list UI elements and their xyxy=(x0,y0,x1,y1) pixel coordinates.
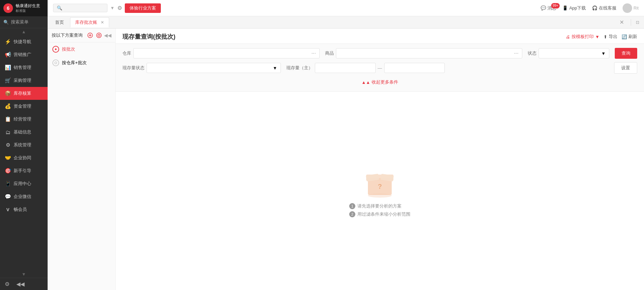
empty-state: ? 1 请先选择要分析的方案 2 用过滤条件来缩小分析范围 xyxy=(116,92,644,290)
company-info: 畅康通好生意 标准版 xyxy=(16,3,40,14)
sidebar-item-wechat[interactable]: 💬 企业微信 xyxy=(0,190,48,203)
sidebar-item-quick-nav[interactable]: ⚡ 快捷导航 xyxy=(0,35,48,48)
app-edition: 标准版 xyxy=(16,8,40,13)
refresh-icon: 🔄 xyxy=(622,34,627,39)
tab-close-icon[interactable]: ✕ xyxy=(101,20,104,25)
refresh-btn[interactable]: 🔄 刷新 xyxy=(622,34,637,40)
scheme-header-actions: ◀◀ xyxy=(87,32,111,39)
wechat-icon: 💬 xyxy=(5,194,11,200)
sidebar-item-inventory[interactable]: 📦 库存核算 xyxy=(0,87,48,100)
topbar-gear-icon[interactable]: ⚙ xyxy=(117,5,122,11)
sidebar-item-enterprise[interactable]: 🤝 企业协同 xyxy=(0,151,48,164)
settings-btn[interactable]: 设置 xyxy=(614,62,637,74)
scroll-down-arrow[interactable]: ▼ xyxy=(0,271,48,278)
status-select[interactable]: ▼ xyxy=(539,48,609,58)
product-input[interactable]: ··· xyxy=(336,48,522,58)
sidebar-item-sales[interactable]: 📊 销售管理 xyxy=(0,61,48,74)
vip-icon: V xyxy=(5,206,11,213)
sidebar-item-label: 畅会员 xyxy=(14,206,27,213)
tab-panel-close-btn[interactable]: ✕ xyxy=(615,19,628,25)
sales-icon: 📊 xyxy=(5,65,11,71)
empty-text: 1 请先选择要分析的方案 2 用过滤条件来缩小分析范围 xyxy=(349,203,410,217)
sidebar-search[interactable]: 🔍 搜索菜单 xyxy=(0,16,48,28)
sidebar-item-label: 企业微信 xyxy=(14,194,31,200)
user-avatar-btn[interactable]: Rit xyxy=(623,3,639,13)
sidebar-item-app-center[interactable]: 📱 应用中心 xyxy=(0,177,48,190)
collapse-label: 收起更多条件 xyxy=(372,79,398,85)
settings-scheme-icon[interactable] xyxy=(96,32,102,39)
collapse-filter-btn[interactable]: ▲▲ 收起更多条件 xyxy=(122,77,637,87)
page-content: 按以下方案查询 ◀◀ 按批次 xyxy=(48,29,644,290)
scheme-by-batch-label: 按批次 xyxy=(62,46,75,52)
sidebar-item-system[interactable]: ⚙ 系统管理 xyxy=(0,139,48,151)
empty-hint-2: 2 用过滤条件来缩小分析范围 xyxy=(349,211,410,217)
app-logo: 6 xyxy=(3,3,13,13)
hint-2-text: 用过滤条件来缩小分析范围 xyxy=(357,211,410,217)
hint-1-text: 请先选择要分析的方案 xyxy=(357,203,402,209)
empty-hint-1: 1 请先选择要分析的方案 xyxy=(349,203,410,209)
filter-area: 仓库 ··· 商品 ··· 状态 xyxy=(116,44,644,92)
avatar xyxy=(623,3,632,13)
product-label: 商品 xyxy=(325,50,334,56)
tab-inventory-batch[interactable]: 库存批次账 ✕ xyxy=(70,17,109,28)
topbar-search[interactable]: 🔍 xyxy=(53,4,107,12)
stock-quantity-range: — xyxy=(315,63,445,73)
sidebar-item-purchase[interactable]: 🛒 采购管理 xyxy=(0,74,48,87)
add-scheme-icon[interactable] xyxy=(87,32,94,39)
sidebar-item-label: 资金管理 xyxy=(14,103,31,109)
scheme-by-warehouse-batch-icon xyxy=(52,59,59,66)
settings-icon[interactable]: ⚙ xyxy=(5,281,10,287)
topbar-dropdown-icon[interactable]: ▼ xyxy=(110,5,115,11)
filter-main: 现存量查询(按批次) 🖨 按模板打印 ▼ ⬆ 导出 🔄 刷新 xyxy=(116,29,644,290)
experience-btn[interactable]: 体验行业方案 xyxy=(125,3,161,13)
product-dots-icon: ··· xyxy=(514,50,519,56)
page-title: 现存量查询(按批次) xyxy=(122,33,175,41)
messages-btn[interactable]: 💬 消息 99+ xyxy=(541,5,556,11)
print-label: 按模板打印 xyxy=(572,34,594,40)
query-btn[interactable]: 查询 xyxy=(615,48,637,59)
messages-badge: 99+ xyxy=(551,3,560,8)
scroll-up-arrow[interactable]: ▲ xyxy=(0,28,48,35)
page-header: 现存量查询(按批次) 🖨 按模板打印 ▼ ⬆ 导出 🔄 刷新 xyxy=(116,29,644,44)
sidebar-item-label: 经营管理 xyxy=(14,116,31,122)
range-dash: — xyxy=(376,66,384,71)
topbar-left: 🔍 ▼ ⚙ 体验行业方案 xyxy=(53,3,537,13)
scheme-by-warehouse-batch-label: 按仓库+批次 xyxy=(62,60,87,66)
sidebar-item-basics[interactable]: 🗂 基础信息 xyxy=(0,126,48,139)
sidebar-item-label: 系统管理 xyxy=(14,142,31,148)
sidebar-item-newbie[interactable]: 🎯 新手引导 xyxy=(0,164,48,177)
sidebar-item-finance[interactable]: 💰 资金管理 xyxy=(0,100,48,113)
scheme-item-by-warehouse-batch[interactable]: 按仓库+批次 xyxy=(48,56,115,70)
export-btn[interactable]: ⬆ 导出 xyxy=(604,34,617,40)
export-label: 导出 xyxy=(609,34,617,40)
hint-2-num: 2 xyxy=(349,211,355,217)
panel-resize-btn[interactable]: ⊡ xyxy=(634,20,641,25)
scheme-item-by-batch[interactable]: 按批次 xyxy=(48,42,115,56)
app-download-btn[interactable]: 📱 App下载 xyxy=(562,5,586,11)
tab-home[interactable]: 首页 xyxy=(50,17,69,28)
topbar-search-icon: 🔍 xyxy=(57,5,62,11)
online-service-btn[interactable]: 🎧 在线客服 xyxy=(592,5,616,11)
status-dropdown-icon: ▼ xyxy=(601,51,606,56)
print-btn[interactable]: 🖨 按模板打印 ▼ xyxy=(566,34,599,40)
warehouse-input[interactable]: ··· xyxy=(133,48,320,58)
enterprise-icon: 🤝 xyxy=(5,155,11,161)
collapse-scheme-icon[interactable]: ◀◀ xyxy=(104,32,111,39)
tab-inventory-batch-label: 库存批次账 xyxy=(75,19,97,25)
stock-qty-max[interactable] xyxy=(384,63,445,73)
sidebar-item-vip[interactable]: V 畅会员 xyxy=(0,203,48,216)
stock-qty-min[interactable] xyxy=(315,63,376,73)
scheme-by-batch-icon xyxy=(52,46,59,53)
warehouse-label: 仓库 xyxy=(122,50,131,56)
collapse-sidebar-icon[interactable]: ◀◀ xyxy=(16,281,24,287)
filter-stock-quantity: 现存量（主） — xyxy=(286,63,445,73)
filter-status: 状态 ▼ xyxy=(528,48,609,58)
sidebar-item-operations[interactable]: 📋 经营管理 xyxy=(0,113,48,126)
sidebar: 6 畅康通好生意 标准版 🔍 搜索菜单 ▲ ⚡ 快捷导航 📢 营销推广 📊 销售… xyxy=(0,0,48,290)
tabbar: 首页 库存批次账 ✕ ✕ ⊡ xyxy=(48,16,644,29)
quick-nav-icon: ⚡ xyxy=(5,39,11,45)
stock-status-select[interactable]: ▼ xyxy=(147,63,281,73)
basics-icon: 🗂 xyxy=(5,129,11,135)
search-label: 搜索菜单 xyxy=(11,19,29,25)
sidebar-item-marketing[interactable]: 📢 营销推广 xyxy=(0,48,48,61)
